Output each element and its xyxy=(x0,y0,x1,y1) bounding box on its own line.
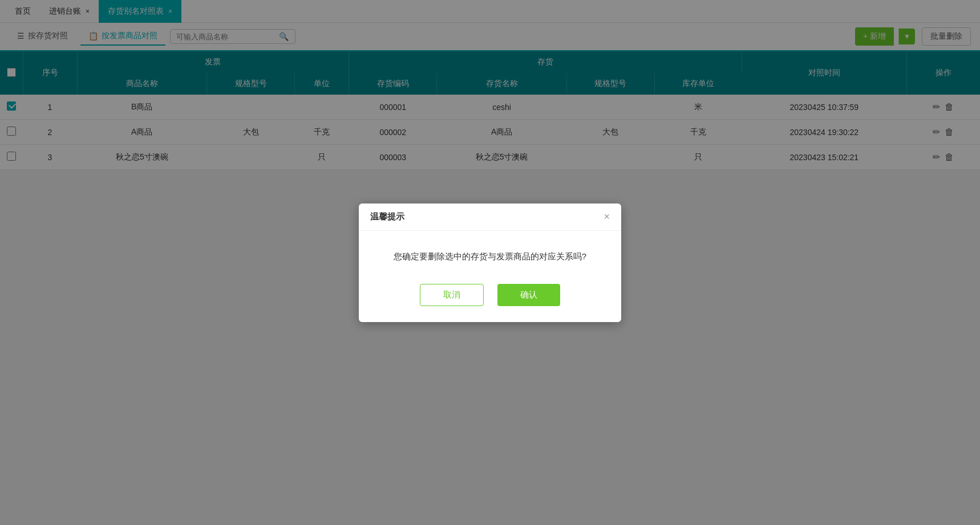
modal-overlay: 温馨提示 × 您确定要删除选中的存货与发票商品的对应关系吗? 取消 确认 xyxy=(0,0,980,170)
